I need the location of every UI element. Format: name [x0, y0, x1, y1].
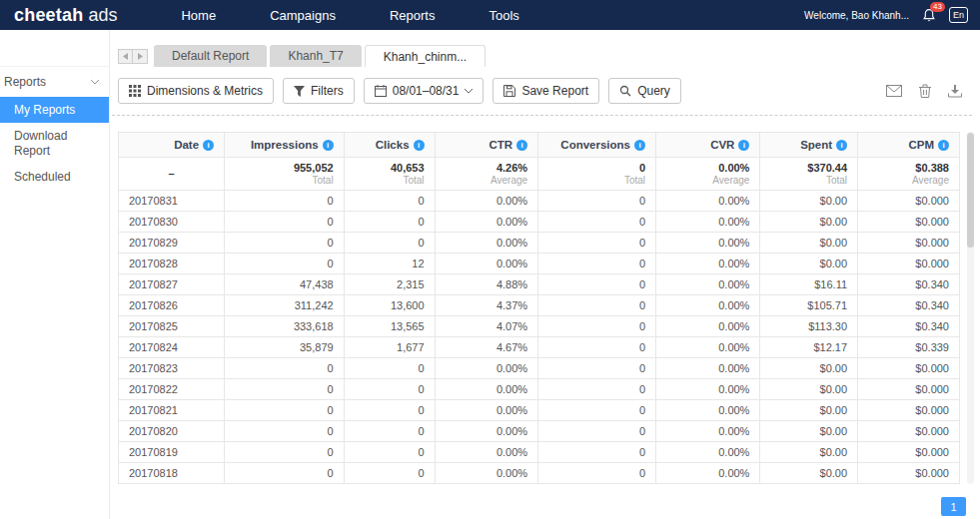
query-label: Query	[637, 84, 670, 98]
summary-sub-label: Total	[548, 175, 645, 186]
funnel-icon	[294, 86, 305, 97]
date-range-label: 08/01–08/31	[393, 84, 460, 98]
toolbar: Dimensions & Metrics Filters 08/01–08/31…	[110, 67, 980, 115]
column-header-label: Date	[174, 139, 199, 151]
spent-cell: $0.00	[760, 254, 858, 274]
info-icon[interactable]: i	[938, 140, 949, 151]
cpm-cell: $0.000	[858, 421, 960, 442]
cpm-cell: $0.000	[858, 233, 960, 254]
info-icon[interactable]: i	[414, 140, 425, 151]
summary-value: $370.44	[770, 162, 847, 174]
search-icon	[619, 85, 631, 97]
impressions-cell: 311,242	[225, 295, 345, 316]
tab-scroll-right-icon[interactable]	[133, 49, 148, 64]
spent-cell: $0.00	[760, 233, 858, 254]
impressions-cell: 0	[225, 442, 345, 463]
summary-value: 4.26%	[446, 162, 528, 174]
conversions-cell: 0	[538, 191, 656, 212]
report-table-container: Datei Impressionsi Clicksi CTRi Conversi…	[118, 132, 960, 484]
clicks-cell: 13,565	[344, 316, 435, 337]
cvr-cell: 0.00%	[656, 316, 760, 337]
bell-icon[interactable]: 43	[922, 8, 936, 23]
sidebar-item-scheduled[interactable]: Scheduled	[0, 164, 109, 190]
conversions-cell: 0	[538, 254, 656, 274]
column-header[interactable]: Clicksi	[344, 133, 435, 158]
sidebar-item-my-reports[interactable]: My Reports	[0, 97, 109, 123]
spent-cell: $0.00	[760, 442, 858, 463]
cvr-cell: 0.00%	[656, 337, 760, 358]
ctr-cell: 0.00%	[435, 358, 538, 379]
date-cell: 20170823	[119, 358, 225, 379]
cpm-cell: $0.339	[858, 337, 960, 358]
clicks-cell: 0	[344, 400, 435, 421]
nav-item-campaigns[interactable]: Campaigns	[270, 8, 336, 23]
summary-value: 40,653	[355, 162, 425, 174]
trash-icon[interactable]	[919, 84, 931, 98]
header-row: Datei Impressionsi Clicksi CTRi Conversi…	[119, 133, 960, 158]
date-cell: 20170821	[119, 400, 225, 421]
cpm-cell: $0.000	[858, 463, 960, 484]
nav-item-reports[interactable]: Reports	[390, 8, 436, 23]
column-header[interactable]: Datei	[119, 133, 225, 158]
column-header[interactable]: CPMi	[858, 133, 960, 158]
column-header[interactable]: Impressionsi	[225, 133, 345, 158]
sidebar-item-download-report[interactable]: Download Report	[0, 123, 109, 164]
date-cell: 20170824	[119, 337, 225, 358]
cpm-cell: $0.340	[858, 316, 960, 337]
date-cell: 20170827	[119, 274, 225, 295]
nav-item-home[interactable]: Home	[181, 8, 216, 23]
body-row: Reports My Reports Download Report Sched…	[0, 30, 980, 519]
column-header[interactable]: CTRi	[435, 133, 538, 158]
ctr-cell: 4.67%	[435, 337, 538, 358]
spent-cell: $0.00	[760, 400, 858, 421]
brand-logo[interactable]: cheetah ads	[14, 5, 117, 26]
download-icon[interactable]	[948, 85, 962, 98]
info-icon[interactable]: i	[738, 140, 749, 151]
clicks-cell: 0	[344, 379, 435, 400]
column-header[interactable]: Spenti	[760, 133, 858, 158]
conversions-cell: 0	[538, 442, 656, 463]
tab-arrows	[118, 49, 148, 64]
save-report-button[interactable]: Save Report	[492, 78, 599, 104]
column-header[interactable]: CVRi	[656, 133, 760, 158]
cvr-cell: 0.00%	[656, 442, 760, 463]
filters-button[interactable]: Filters	[283, 78, 355, 104]
impressions-cell: 0	[225, 421, 345, 442]
pagination-page-1[interactable]: 1	[941, 497, 966, 516]
dimensions-metrics-button[interactable]: Dimensions & Metrics	[118, 78, 274, 104]
tab-khanh-chinm[interactable]: Khanh_chinm...	[365, 45, 486, 67]
summary-value: $0.388	[868, 162, 949, 174]
spent-cell: $12.17	[760, 337, 858, 358]
cpm-cell: $0.000	[858, 212, 960, 233]
impressions-cell: 0	[225, 191, 345, 212]
table-row: 20170820 0 0 0.00% 0 0.00% $0.00 $0.000	[119, 421, 960, 442]
user-menu[interactable]: Welcome, Bao Khanh...	[804, 10, 909, 21]
info-icon[interactable]: i	[203, 140, 214, 151]
tab-default-report[interactable]: Default Report	[154, 45, 267, 67]
info-icon[interactable]: i	[836, 140, 847, 151]
cpm-cell: $0.340	[858, 295, 960, 316]
language-button[interactable]: En	[949, 7, 968, 23]
clicks-cell: 0	[344, 191, 435, 212]
tab-khanh-t7[interactable]: Khanh_T7	[270, 45, 361, 67]
scrollbar-thumb[interactable]	[967, 133, 974, 248]
info-icon[interactable]: i	[323, 140, 334, 151]
query-button[interactable]: Query	[608, 78, 681, 104]
summary-date-cell: –	[119, 158, 225, 191]
mail-icon[interactable]	[886, 85, 902, 97]
column-header[interactable]: Conversionsi	[538, 133, 656, 158]
sidebar-group-reports[interactable]: Reports	[0, 66, 109, 97]
summary-cell: 0.00% Average	[656, 158, 760, 191]
cpm-cell: $0.000	[858, 400, 960, 421]
impressions-cell: 333,618	[225, 316, 345, 337]
info-icon[interactable]: i	[634, 140, 645, 151]
date-cell: 20170826	[119, 295, 225, 316]
impressions-cell: 0	[225, 212, 345, 233]
clicks-cell: 13,600	[344, 295, 435, 316]
info-icon[interactable]: i	[516, 140, 527, 151]
tab-scroll-left-icon[interactable]	[118, 49, 133, 64]
date-range-button[interactable]: 08/01–08/31	[364, 78, 485, 104]
spent-cell: $16.11	[760, 274, 858, 295]
column-header-label: CTR	[489, 139, 512, 151]
nav-item-tools[interactable]: Tools	[489, 8, 518, 23]
